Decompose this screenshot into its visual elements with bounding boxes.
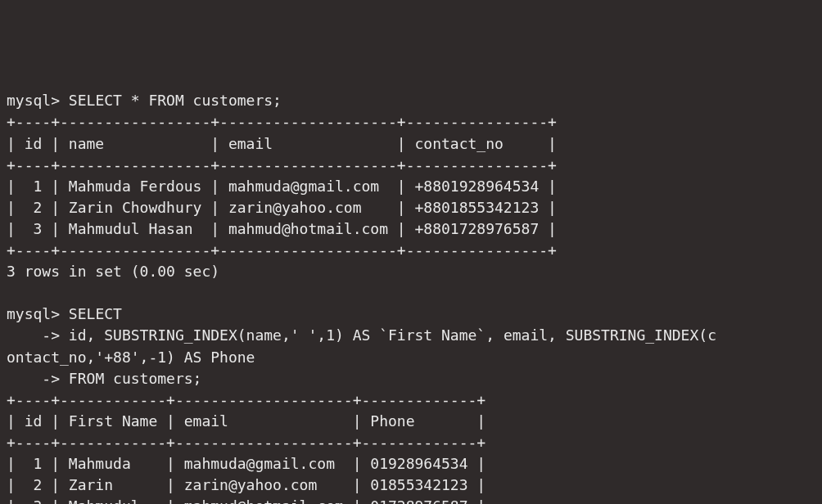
mysql-prompt: mysql> xyxy=(7,305,60,322)
table-row: | 1 | Mahmuda Ferdous | mahmuda@gmail.co… xyxy=(7,178,557,195)
table-row: | 2 | Zarin | zarin@yahoo.com | 01855342… xyxy=(7,476,486,493)
result-footer: 3 rows in set (0.00 sec) xyxy=(7,263,219,280)
table-header: | id | First Name | email | Phone | xyxy=(7,412,486,430)
blank-line xyxy=(7,284,16,301)
terminal-line: ontact_no,'+88',-1) AS Phone xyxy=(7,349,255,366)
table-border: +----+------------+--------------------+… xyxy=(7,434,486,451)
sql-command: FROM customers; xyxy=(60,370,201,387)
mysql-prompt: mysql> xyxy=(7,92,60,109)
table-row: | 1 | Mahmuda | mahmuda@gmail.com | 0192… xyxy=(7,455,486,472)
table-border: +----+------------+--------------------+… xyxy=(7,391,486,408)
continuation-prompt: -> xyxy=(7,326,60,344)
terminal-line: mysql> SELECT * FROM customers; xyxy=(7,92,282,109)
table-row: | 2 | Zarin Chowdhury | zarin@yahoo.com … xyxy=(7,199,557,216)
table-border: +----+-----------------+----------------… xyxy=(7,156,557,173)
sql-command: SELECT * FROM customers; xyxy=(60,92,282,109)
terminal-line: mysql> SELECT xyxy=(7,305,122,322)
table-row: | 3 | Mahmudul Hasan | mahmud@hotmail.co… xyxy=(7,220,557,237)
terminal-line: -> id, SUBSTRING_INDEX(name,' ',1) AS `F… xyxy=(7,326,716,344)
table-header: | id | name | email | contact_no | xyxy=(7,135,557,152)
table-border: +----+-----------------+----------------… xyxy=(7,113,557,130)
continuation-prompt: -> xyxy=(7,370,60,387)
sql-command: id, SUBSTRING_INDEX(name,' ',1) AS `Firs… xyxy=(60,326,716,344)
terminal-line: -> FROM customers; xyxy=(7,370,201,387)
table-border: +----+-----------------+----------------… xyxy=(7,241,557,259)
sql-command: SELECT xyxy=(60,305,122,322)
sql-command-wrap: ontact_no,'+88',-1) AS Phone xyxy=(7,349,255,366)
table-row: | 3 | Mahmudul | mahmud@hotmail.com | 01… xyxy=(7,497,486,504)
